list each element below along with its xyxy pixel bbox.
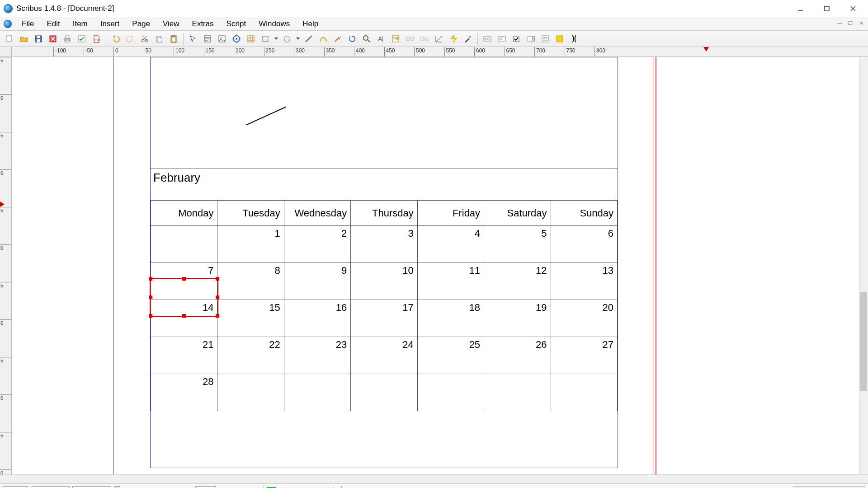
day-cell[interactable]: 2	[284, 226, 350, 263]
menu-file[interactable]: File	[15, 18, 40, 30]
day-cell[interactable]	[417, 374, 484, 411]
new-file-icon[interactable]	[3, 32, 16, 46]
last-page-icon[interactable]	[249, 486, 261, 488]
day-cell[interactable]	[217, 374, 284, 411]
menu-page[interactable]: Page	[126, 18, 156, 30]
day-cell[interactable]: 4	[417, 226, 484, 263]
vertical-ruler[interactable]: 505050505050	[0, 57, 12, 474]
day-cell[interactable]: 10	[351, 263, 417, 300]
rotate-icon[interactable]	[345, 32, 359, 46]
menu-help[interactable]: Help	[296, 18, 325, 30]
day-cell[interactable]: 8	[217, 263, 284, 300]
measure-icon[interactable]	[432, 32, 446, 46]
table-icon[interactable]	[244, 32, 258, 46]
preview-icon[interactable]	[778, 486, 790, 488]
pdf-annotation-icon[interactable]	[553, 32, 566, 46]
eyedropper-icon[interactable]	[461, 32, 475, 46]
pdf-combobox-icon[interactable]	[524, 32, 538, 46]
zoom-spinner[interactable]: ▲▼	[114, 486, 120, 488]
menu-extras[interactable]: Extras	[186, 18, 220, 30]
maximize-button[interactable]	[814, 0, 840, 17]
selected-cell[interactable]	[151, 279, 217, 316]
day-cell[interactable]: 27	[551, 337, 617, 374]
page-select[interactable]: 1	[195, 486, 216, 488]
shape-icon[interactable]	[259, 32, 272, 46]
canvas[interactable]: February MondayTuesdayWednesdayThursdayF…	[12, 57, 868, 474]
pdf-textfield-icon[interactable]	[495, 32, 509, 46]
day-cell[interactable]: 23	[284, 337, 350, 374]
next-page-icon[interactable]	[235, 486, 246, 488]
day-cell[interactable]	[551, 374, 617, 411]
day-cell[interactable]: 5	[484, 226, 551, 263]
story-editor-icon[interactable]	[389, 32, 402, 46]
prev-page-icon[interactable]	[181, 486, 193, 488]
zoom-reset-icon[interactable]: 1	[137, 486, 149, 488]
open-file-icon[interactable]	[17, 32, 31, 46]
paste-icon[interactable]	[167, 32, 180, 46]
pdf-button-icon[interactable]: OK	[481, 32, 494, 46]
zoom-in-icon[interactable]	[152, 486, 164, 488]
cms-toggle-icon[interactable]	[764, 486, 776, 488]
day-cell[interactable]: 24	[351, 337, 417, 374]
layer-select[interactable]: Calendar ▾	[264, 486, 342, 488]
day-cell[interactable]: 21	[151, 337, 217, 374]
pdf-link-icon[interactable]	[567, 32, 581, 46]
mdi-minimize[interactable]: —	[835, 18, 844, 28]
freehand-icon[interactable]	[331, 32, 344, 46]
polygon-icon[interactable]	[280, 32, 294, 46]
preflight-icon[interactable]	[75, 32, 89, 46]
redo-icon[interactable]	[123, 32, 137, 46]
day-cell[interactable]: 1	[217, 226, 284, 263]
first-page-icon[interactable]	[166, 486, 178, 488]
copy-props-icon[interactable]	[447, 32, 460, 46]
day-cell[interactable]: 9	[284, 263, 350, 300]
day-cell[interactable]	[151, 226, 217, 263]
day-cell[interactable]: 20	[551, 300, 617, 337]
day-cell[interactable]: 22	[217, 337, 284, 374]
image-frame-icon[interactable]	[215, 32, 229, 46]
menu-item[interactable]: Item	[66, 18, 94, 30]
polygon-dropdown[interactable]	[295, 32, 301, 46]
vision-select[interactable]: Normal Vision	[793, 486, 865, 488]
day-cell[interactable]: 16	[284, 300, 350, 337]
menu-view[interactable]: View	[156, 18, 186, 30]
day-cell[interactable]: 26	[484, 337, 551, 374]
pdf-icon[interactable]: PDF	[90, 32, 103, 46]
day-cell[interactable]: 11	[417, 263, 484, 300]
copy-icon[interactable]	[152, 32, 166, 46]
zoom-input[interactable]	[72, 486, 111, 488]
unlink-frames-icon[interactable]	[418, 32, 431, 46]
horizontal-ruler[interactable]: -100-50050100150200250300350400450500550…	[12, 47, 868, 56]
day-cell[interactable]: 28	[151, 374, 217, 411]
bezier-icon[interactable]	[316, 32, 330, 46]
minimize-button[interactable]	[788, 0, 814, 17]
day-cell[interactable]	[484, 374, 551, 411]
render-frame-icon[interactable]	[230, 32, 243, 46]
unit-select[interactable]: pt	[3, 486, 28, 488]
pdf-listbox-icon[interactable]	[538, 32, 552, 46]
scrollbar-thumb[interactable]	[860, 292, 867, 391]
day-cell[interactable]: 18	[417, 300, 484, 337]
calendar-frame[interactable]: February MondayTuesdayWednesdayThursdayF…	[150, 57, 618, 468]
menu-edit[interactable]: Edit	[40, 18, 66, 30]
day-cell[interactable]: 15	[217, 300, 284, 337]
select-tool-icon[interactable]	[186, 32, 200, 46]
day-cell[interactable]	[284, 374, 350, 411]
close-button[interactable]	[840, 0, 866, 17]
vertical-scrollbar[interactable]	[859, 57, 868, 474]
viewmode-select[interactable]: Normal	[31, 486, 70, 488]
undo-icon[interactable]	[109, 32, 123, 46]
day-cell[interactable]: 12	[484, 263, 551, 300]
print-icon[interactable]	[61, 32, 74, 46]
mdi-close[interactable]: ✕	[856, 18, 866, 28]
text-frame-icon[interactable]	[201, 32, 214, 46]
line-icon[interactable]	[302, 32, 316, 46]
zoom-icon[interactable]	[360, 32, 373, 46]
menu-insert[interactable]: Insert	[94, 18, 126, 30]
horizontal-scrollbar[interactable]	[0, 474, 868, 483]
zoom-out-icon[interactable]	[123, 486, 135, 488]
edit-text-icon[interactable]: A	[374, 32, 388, 46]
day-cell[interactable]: 19	[484, 300, 551, 337]
month-title[interactable]: February	[151, 169, 618, 200]
menu-windows[interactable]: Windows	[252, 18, 296, 30]
